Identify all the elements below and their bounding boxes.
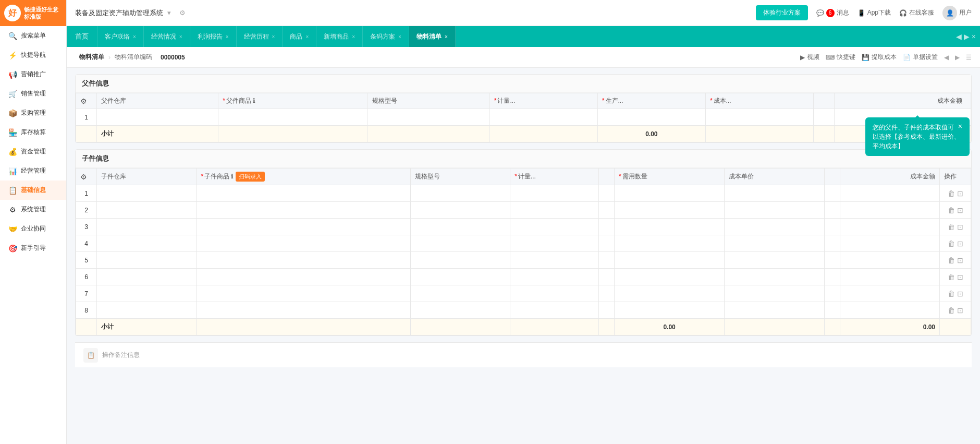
parent-subtotal-value: 0.00 bbox=[597, 126, 705, 142]
sidebar-item-新手引导[interactable]: 🎯新手引导 bbox=[0, 238, 66, 258]
sidebar-item-企业协同[interactable]: 🤝企业协同 bbox=[0, 219, 66, 238]
tab-close-7[interactable]: × bbox=[398, 34, 401, 40]
app-download-action[interactable]: 📱 App下载 bbox=[858, 8, 891, 17]
dropdown-icon[interactable]: ▾ bbox=[167, 9, 171, 17]
delete-icon-1[interactable]: 🗑 bbox=[948, 189, 955, 198]
tab-label-4: 经营历程 bbox=[244, 32, 269, 41]
sidebar-item-采购管理[interactable]: 📦采购管理 bbox=[0, 103, 66, 123]
tab-close-4[interactable]: × bbox=[272, 34, 275, 40]
nav-tab-0[interactable]: 首页 bbox=[67, 26, 97, 47]
delete-icon-8[interactable]: 🗑 bbox=[948, 306, 955, 315]
child-subtotal-needed: 0.00 bbox=[615, 319, 725, 335]
sidebar-icon: 🤝 bbox=[8, 225, 17, 233]
sidebar-icon: 🛒 bbox=[8, 90, 17, 98]
nav-tabs: 首页客户联络×经营情况×利润报告×经营历程×商品×新增商品×条码方案×物料清单×… bbox=[67, 26, 980, 47]
nav-tab-4[interactable]: 经营历程× bbox=[237, 26, 283, 47]
tooltip-close-btn[interactable]: × bbox=[958, 123, 962, 130]
single-settings-action[interactable]: 📄 单据设置 bbox=[903, 53, 938, 62]
message-icon: 💬 bbox=[816, 9, 824, 17]
online-service-action[interactable]: 🎧 在线客服 bbox=[899, 8, 934, 17]
sidebar-item-搜索菜单[interactable]: 🔍搜索菜单 bbox=[0, 26, 66, 45]
parent-col-cost-amount: 成本金额 bbox=[834, 93, 971, 109]
delete-icon-3[interactable]: 🗑 bbox=[948, 223, 955, 231]
sidebar-label: 企业协同 bbox=[21, 224, 46, 233]
sidebar-label: 销售管理 bbox=[21, 89, 46, 98]
video-action[interactable]: ▶ 视频 bbox=[800, 53, 819, 62]
tab-close-8[interactable]: × bbox=[445, 34, 448, 40]
message-badge: 6 bbox=[826, 9, 835, 17]
sidebar-icon: 📋 bbox=[8, 186, 17, 195]
sidebar-item-基础信息[interactable]: 📋基础信息 bbox=[0, 181, 66, 200]
nav-tab-6[interactable]: 新增商品× bbox=[316, 26, 363, 47]
settings-icon[interactable]: ⚙ bbox=[179, 9, 186, 17]
copy-icon-1[interactable]: ⊡ bbox=[957, 189, 963, 198]
nav-tab-7[interactable]: 条码方案× bbox=[363, 26, 409, 47]
parent-col-settings[interactable]: ⚙ bbox=[76, 93, 97, 109]
child-section: 子件信息 ⚙ 子件仓库 *子件商品 ℹ 扫码录入 规格型号 *计量... *需 bbox=[75, 149, 972, 336]
copy-icon-5[interactable]: ⊡ bbox=[957, 256, 963, 265]
tab-close-3[interactable]: × bbox=[226, 34, 229, 40]
delete-icon-2[interactable]: 🗑 bbox=[948, 206, 955, 214]
child-row-7: 7 🗑 ⊡ bbox=[76, 285, 971, 302]
nav-tab-3[interactable]: 利润报告× bbox=[190, 26, 237, 47]
sidebar-item-销售管理[interactable]: 🛒销售管理 bbox=[0, 84, 66, 103]
nav-tab-8[interactable]: 物料清单× bbox=[409, 26, 456, 47]
sidebar-icon: ⚡ bbox=[8, 51, 17, 59]
headset-icon: 🎧 bbox=[899, 9, 907, 17]
message-action[interactable]: 💬 6 消息 bbox=[816, 8, 849, 17]
row-actions-7: 🗑 ⊡ bbox=[944, 290, 966, 298]
shortcut-action[interactable]: ⌨ 快捷键 bbox=[826, 53, 855, 62]
nav-tab-close-all[interactable]: × bbox=[972, 32, 976, 41]
copy-icon-4[interactable]: ⊡ bbox=[957, 239, 963, 248]
child-subtotal-cost: 0.00 bbox=[840, 319, 940, 335]
sidebar-item-系统管理[interactable]: ⚙系统管理 bbox=[0, 200, 66, 219]
tab-label-5: 商品 bbox=[290, 32, 302, 41]
nav-tab-next[interactable]: ▶ bbox=[964, 32, 970, 41]
parent-col-warehouse: 父件仓库 bbox=[97, 93, 218, 109]
sub-header: 物料清单 › 物料清单编码 0000005 ▶ 视频 ⌨ 快捷键 💾 提取成本 … bbox=[67, 47, 980, 68]
copy-icon-8[interactable]: ⊡ bbox=[957, 306, 963, 315]
menu-icon[interactable]: ☰ bbox=[966, 54, 972, 61]
extract-cost-action[interactable]: 💾 提取成本 bbox=[862, 53, 897, 62]
delete-icon-5[interactable]: 🗑 bbox=[948, 256, 955, 265]
delete-icon-6[interactable]: 🗑 bbox=[948, 273, 955, 281]
tab-label-8: 物料清单 bbox=[416, 32, 442, 41]
tab-close-2[interactable]: × bbox=[179, 34, 182, 40]
sidebar-item-营销推广[interactable]: 📢营销推广 bbox=[0, 65, 66, 84]
trial-button[interactable]: 体验行业方案 bbox=[756, 5, 808, 20]
parent-section-header: 父件信息 bbox=[76, 75, 971, 93]
copy-icon-7[interactable]: ⊡ bbox=[957, 290, 963, 298]
main-area: 装备及固定资产辅助管理系统 ▾ ⚙ 体验行业方案 💬 6 消息 📱 App下载 … bbox=[67, 0, 980, 444]
delete-icon-7[interactable]: 🗑 bbox=[948, 290, 955, 298]
tab-close-5[interactable]: × bbox=[305, 34, 309, 40]
sidebar-item-库存核算[interactable]: 🏪库存核算 bbox=[0, 123, 66, 142]
nav-next[interactable]: ▶ bbox=[955, 54, 960, 61]
copy-icon-2[interactable]: ⊡ bbox=[957, 206, 963, 214]
sidebar-label: 新手引导 bbox=[21, 244, 46, 253]
sidebar-icon: 📦 bbox=[8, 109, 17, 117]
tab-close-6[interactable]: × bbox=[352, 34, 355, 40]
note-icon[interactable]: 📋 bbox=[83, 348, 98, 363]
logo: 好 畅捷通好生意 标准版 bbox=[0, 0, 66, 26]
child-col-settings[interactable]: ⚙ bbox=[76, 169, 97, 185]
user-action[interactable]: 👤 用户 bbox=[942, 6, 972, 20]
copy-icon-3[interactable]: ⊡ bbox=[957, 223, 963, 231]
nav-tab-5[interactable]: 商品× bbox=[283, 26, 316, 47]
sidebar-item-快捷导航[interactable]: ⚡快捷导航 bbox=[0, 45, 66, 65]
parent-col-spec: 规格型号 bbox=[368, 93, 489, 109]
breadcrumb-item1[interactable]: 物料清单 bbox=[75, 53, 108, 62]
sidebar-item-经营管理[interactable]: 📊经营管理 bbox=[0, 161, 66, 181]
scan-button[interactable]: 扫码录入 bbox=[236, 172, 265, 182]
tab-close-1[interactable]: × bbox=[133, 34, 136, 40]
nav-prev[interactable]: ◀ bbox=[944, 54, 949, 61]
avatar: 👤 bbox=[942, 6, 957, 20]
note-text: 操作备注信息 bbox=[102, 351, 140, 359]
delete-icon-4[interactable]: 🗑 bbox=[948, 239, 955, 248]
nav-tab-1[interactable]: 客户联络× bbox=[97, 26, 144, 47]
sidebar-item-资金管理[interactable]: 💰资金管理 bbox=[0, 142, 66, 161]
nav-tab-2[interactable]: 经营情况× bbox=[144, 26, 190, 47]
nav-tab-prev[interactable]: ◀ bbox=[956, 32, 962, 41]
row-actions-3: 🗑 ⊡ bbox=[944, 223, 966, 231]
copy-icon-6[interactable]: ⊡ bbox=[957, 273, 963, 281]
sidebar-icon: 🏪 bbox=[8, 128, 17, 137]
